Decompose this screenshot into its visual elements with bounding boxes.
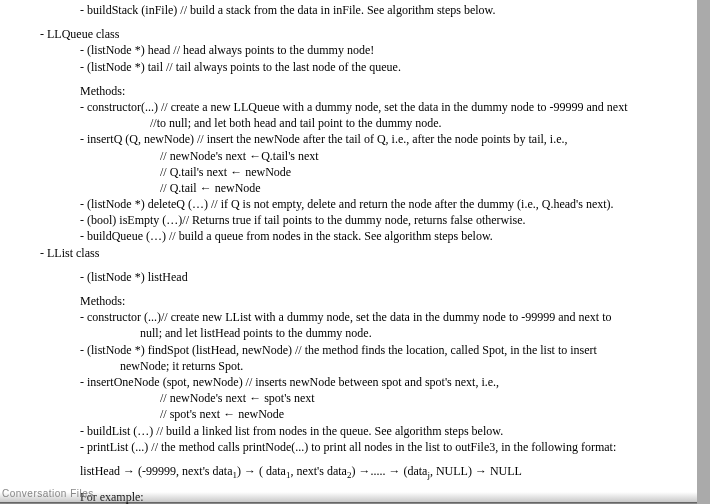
line-buildqueue: - buildQueue (…) // build a queue from n…	[10, 228, 687, 244]
line-buildstack: - buildStack (inFile) // build a stack f…	[10, 2, 687, 18]
line-llq-ctor1: - constructor(...) // create a new LLQue…	[10, 99, 687, 115]
line-insertone-2: // newNode's next ← spot's next	[10, 390, 687, 406]
fmt-p2: ) → ( data	[237, 464, 286, 478]
line-llq-tail: - (listNode *) tail // tail always point…	[10, 59, 687, 75]
line-buildlist: - buildList (…) // build a linked list f…	[10, 423, 687, 439]
line-insertq-2: // newNode's next ←Q.tail's next	[10, 148, 687, 164]
fmt-p4: ) →..... → (data	[351, 464, 427, 478]
line-deleteq: - (listNode *) deleteQ (…) // if Q is no…	[10, 196, 687, 212]
line-format: listHead → (-99999, next's data1) → ( da…	[10, 463, 687, 482]
line-llq-head: - (listNode *) head // head always point…	[10, 42, 687, 58]
line-ll-ctor2: null; and let listHead points to the dum…	[10, 325, 687, 341]
line-insertq-4: // Q.tail ← newNode	[10, 180, 687, 196]
line-llq-ctor2: //to null; and let both head and tail po…	[10, 115, 687, 131]
line-llist-class: - LList class	[10, 245, 687, 261]
line-insertone-1: - insertOneNode (spot, newNode) // inser…	[10, 374, 687, 390]
line-insertq-3: // Q.tail's next ← newNode	[10, 164, 687, 180]
line-forexample: For example:	[10, 489, 687, 504]
line-isempty: - (bool) isEmpty (…)// Returns true if t…	[10, 212, 687, 228]
line-methods-2: Methods:	[10, 293, 687, 309]
fmt-p3: , next's data	[290, 464, 346, 478]
content: - buildStack (inFile) // build a stack f…	[0, 0, 697, 504]
line-findspot-1: - (listNode *) findSpot (listHead, newNo…	[10, 342, 687, 358]
line-ll-ctor1: - constructor (...)// create new LList w…	[10, 309, 687, 325]
fmt-p5: , NULL) → NULL	[430, 464, 522, 478]
document-page: - buildStack (inFile) // build a stack f…	[0, 0, 698, 503]
line-methods: Methods:	[10, 83, 687, 99]
line-findspot-2: newNode; it returns Spot.	[10, 358, 687, 374]
page-shadow	[697, 0, 710, 504]
line-listhead: - (listNode *) listHead	[10, 269, 687, 285]
line-llqueue-class: - LLQueue class	[10, 26, 687, 42]
watermark-text: Conversation Files	[2, 488, 94, 499]
line-insertone-3: // spot's next ← newNode	[10, 406, 687, 422]
fmt-p1: listHead → (-99999, next's data	[80, 464, 232, 478]
line-insertq-1: - insertQ (Q, newNode) // insert the new…	[10, 131, 687, 147]
line-printlist: - printList (...) // the method calls pr…	[10, 439, 687, 455]
